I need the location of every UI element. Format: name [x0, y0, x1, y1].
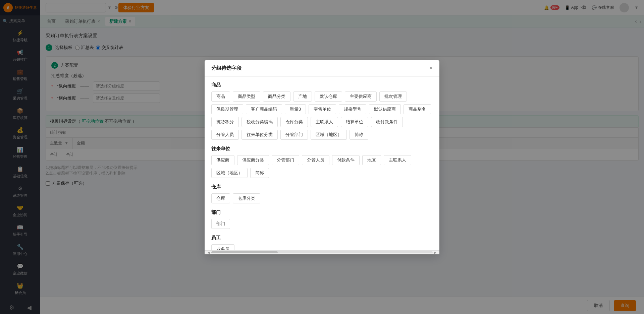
section-staff-fields: 业务员: [211, 244, 433, 250]
field-tag[interactable]: 重量3: [285, 104, 306, 114]
section-warehouse-fields: 仓库仓库分类: [211, 193, 433, 203]
field-tag[interactable]: 结算单位: [341, 117, 368, 127]
section-dept-fields: 部门: [211, 219, 433, 229]
section-warehouse: 仓库 仓库仓库分类: [211, 184, 433, 203]
field-tag[interactable]: 主联系人: [384, 155, 411, 165]
field-tag[interactable]: 分管人员: [211, 130, 239, 140]
section-staff-title: 员工: [211, 235, 433, 241]
section-staff: 员工 业务员: [211, 235, 433, 250]
field-tag[interactable]: 区域（地区）: [311, 130, 347, 140]
field-tag[interactable]: 税收分类编码: [241, 117, 278, 127]
field-tag[interactable]: 业务员: [211, 244, 234, 250]
field-tag[interactable]: 部门: [211, 219, 230, 229]
field-tag[interactable]: 往来单位分类: [241, 130, 278, 140]
section-dept: 部门 部门: [211, 209, 433, 229]
field-tag[interactable]: 收付款条件: [371, 117, 403, 127]
h-scrollbar-thumb[interactable]: [211, 251, 278, 253]
section-goods: 商品 商品商品类型商品分类产地默认仓库主要供应商批次管理保质期管理客户商品编码重…: [211, 82, 433, 140]
field-tag[interactable]: 地区: [362, 155, 381, 165]
field-tag[interactable]: 仓库分类: [280, 117, 308, 127]
h-scrollbar: ◀ ▶: [205, 250, 439, 254]
field-tag[interactable]: 分管人员: [302, 155, 329, 165]
field-tag[interactable]: 供应商: [211, 155, 234, 165]
modal-title: 分组待选字段: [211, 65, 241, 71]
field-tag[interactable]: 拣货积分: [211, 117, 239, 127]
field-tag[interactable]: 简称: [250, 168, 269, 178]
field-tag[interactable]: 主要供应商: [345, 91, 377, 102]
modal-close-button[interactable]: ×: [429, 65, 433, 72]
section-partner-title: 往来单位: [211, 146, 433, 152]
section-partner-fields: 供应商供应商分类分管部门分管人员付款条件地区主联系人区域（地区）简称: [211, 155, 433, 178]
field-select-modal: 分组待选字段 × 商品 商品商品类型商品分类产地默认仓库主要供应商批次管理保质期…: [205, 60, 439, 254]
field-tag[interactable]: 简称: [350, 130, 368, 140]
section-dept-title: 部门: [211, 209, 433, 215]
field-tag[interactable]: 产地: [293, 91, 312, 102]
field-tag[interactable]: 商品别名: [404, 104, 431, 114]
section-goods-fields: 商品商品类型商品分类产地默认仓库主要供应商批次管理保质期管理客户商品编码重量3零…: [211, 91, 433, 140]
field-tag[interactable]: 仓库: [211, 193, 230, 203]
field-tag[interactable]: 零售单位: [309, 104, 336, 114]
section-partner: 往来单位 供应商供应商分类分管部门分管人员付款条件地区主联系人区域（地区）简称: [211, 146, 433, 178]
field-tag[interactable]: 商品: [211, 91, 230, 102]
field-tag[interactable]: 供应商分类: [237, 155, 269, 165]
modal-overlay: 分组待选字段 × 商品 商品商品类型商品分类产地默认仓库主要供应商批次管理保质期…: [0, 0, 644, 314]
field-tag[interactable]: 批次管理: [379, 91, 407, 102]
modal-body: 商品 商品商品类型商品分类产地默认仓库主要供应商批次管理保质期管理客户商品编码重…: [205, 77, 439, 250]
h-scrollbar-track: [211, 251, 433, 253]
field-tag[interactable]: 仓库分类: [233, 193, 260, 203]
field-tag[interactable]: 商品类型: [233, 91, 260, 102]
field-tag[interactable]: 规格型号: [339, 104, 366, 114]
h-scroll-right-icon[interactable]: ▶: [433, 251, 438, 254]
field-tag[interactable]: 区域（地区）: [211, 168, 248, 178]
field-tag[interactable]: 保质期管理: [211, 104, 243, 114]
section-goods-title: 商品: [211, 82, 433, 88]
field-tag[interactable]: 商品分类: [263, 91, 290, 102]
field-tag[interactable]: 分管部门: [272, 155, 299, 165]
field-tag[interactable]: 客户商品编码: [246, 104, 282, 114]
field-tag[interactable]: 默认供应商: [369, 104, 401, 114]
section-warehouse-title: 仓库: [211, 184, 433, 190]
field-tag[interactable]: 主联系人: [311, 117, 338, 127]
field-tag[interactable]: 分管部门: [280, 130, 308, 140]
h-scroll-left-icon[interactable]: ◀: [206, 251, 211, 254]
field-tag[interactable]: 默认仓库: [315, 91, 342, 102]
field-tag[interactable]: 付款条件: [332, 155, 360, 165]
modal-header: 分组待选字段 ×: [205, 60, 439, 77]
